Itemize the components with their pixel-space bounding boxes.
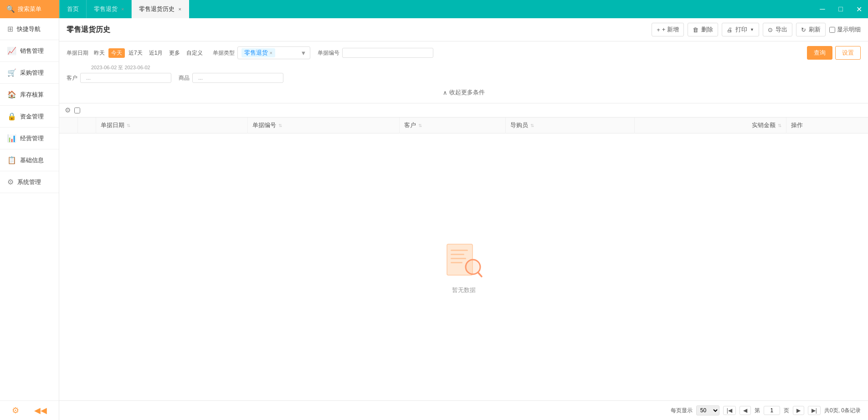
add-button[interactable]: + + 新增 — [652, 23, 684, 36]
minimize-button[interactable]: ─ — [813, 0, 832, 18]
tab-retail-return[interactable]: 零售退货 × — [87, 0, 132, 18]
refresh-icon: ↻ — [801, 26, 806, 33]
empty-svg — [443, 240, 484, 281]
col-doc-date: 单据日期 ⇅ — [96, 118, 247, 133]
print-dropdown-icon: ▼ — [750, 27, 754, 32]
doc-type-filter: 单据类型 零售退货 × ▼ — [213, 46, 310, 59]
filter-area: 单据日期 昨天 今天 近7天 近1月 更多 自定义 单据类型 — [59, 41, 868, 103]
doc-type-tag: 零售退货 × — [241, 48, 275, 57]
col-actions: 操作 — [786, 118, 868, 133]
customer-filter: 客户 ... — [67, 73, 171, 83]
query-button[interactable]: 查询 — [807, 46, 832, 60]
collapse-label: 收起更多条件 — [449, 88, 485, 97]
col-checkbox — [77, 118, 96, 133]
delete-button[interactable]: 🗑 删除 — [688, 23, 718, 36]
close-tab-retail-return[interactable]: × — [121, 6, 124, 12]
select-all-checkbox[interactable] — [74, 108, 80, 113]
window-close-button[interactable]: ✕ — [850, 0, 868, 18]
table-area: ⚙ 单据日期 ⇅ 单据编号 — [59, 103, 868, 400]
sidebar-item-label: 库存核算 — [20, 91, 44, 99]
refresh-button[interactable]: ↻ 刷新 — [796, 23, 826, 36]
doc-type-select[interactable]: 零售退货 × ▼ — [237, 46, 310, 59]
customer-label: 客户 — [67, 74, 77, 82]
delete-icon: 🗑 — [693, 26, 699, 33]
search-area[interactable]: 🔍 搜索菜单 — [0, 0, 59, 18]
doc-no-filter: 单据编号 — [318, 48, 433, 58]
sidebar-item-base-info[interactable]: 📋 基础信息 — [0, 149, 59, 171]
goods-select[interactable]: ... — [192, 73, 283, 83]
print-button[interactable]: 🖨 打印 ▼ — [722, 23, 759, 36]
search-label: 搜索菜单 — [18, 5, 41, 13]
date-btn-today[interactable]: 今天 — [108, 48, 125, 58]
last-page-button[interactable]: ▶| — [808, 406, 821, 415]
sidebar-item-inventory[interactable]: 🏠 库存核算 — [0, 84, 59, 106]
sidebar-item-sales-mgmt[interactable]: 📈 销售管理 — [0, 40, 59, 62]
tab-list: 首页 零售退货 × 零售退货历史 × — [59, 0, 189, 18]
purchase-mgmt-icon: 🛒 — [7, 68, 16, 77]
settings-icon-btn[interactable]: ⚙ — [12, 405, 19, 415]
sidebar-item-finance[interactable]: 🔒 资金管理 — [0, 106, 59, 128]
main-layout: ⊞ 快捷导航 📈 销售管理 🛒 采购管理 🏠 库存核算 🔒 资金管理 📊 经营管… — [0, 18, 868, 420]
empty-text: 暂无数据 — [452, 286, 476, 294]
tab-retail-return-history[interactable]: 零售退货历史 × — [132, 0, 189, 18]
doc-no-label: 单据编号 — [318, 49, 339, 57]
sidebar-item-sys-mgmt[interactable]: ⚙ 系统管理 — [0, 171, 59, 193]
sort-customer-icon[interactable]: ⇅ — [418, 123, 422, 128]
sidebar-item-quick-nav[interactable]: ⊞ 快捷导航 — [0, 18, 59, 40]
svg-rect-3 — [451, 258, 466, 259]
date-btn-custom[interactable]: 自定义 — [184, 48, 205, 58]
date-btn-1month[interactable]: 近1月 — [146, 48, 166, 58]
svg-rect-1 — [451, 250, 468, 251]
print-icon: 🖨 — [727, 26, 733, 33]
page-input[interactable] — [764, 406, 780, 415]
header-actions: + + 新增 🗑 删除 🖨 打印 ▼ ⊙ 导出 ↻ — [652, 23, 861, 36]
first-page-button[interactable]: |◀ — [723, 406, 736, 415]
sort-actual-amount-icon[interactable]: ⇅ — [778, 123, 781, 128]
export-button[interactable]: ⊙ 导出 — [763, 23, 792, 36]
maximize-button[interactable]: □ — [832, 0, 850, 18]
sort-guide-icon[interactable]: ⇅ — [530, 123, 534, 128]
date-filter: 单据日期 昨天 今天 近7天 近1月 更多 自定义 — [67, 48, 205, 58]
sidebar-item-label: 基础信息 — [20, 156, 44, 164]
sort-doc-no-icon[interactable]: ⇅ — [278, 123, 282, 128]
show-detail-checkbox-label[interactable]: 显示明细 — [829, 26, 861, 34]
base-info-icon: 📋 — [7, 156, 16, 164]
customer-select[interactable]: ... — [80, 73, 171, 83]
date-btn-7days[interactable]: 近7天 — [126, 48, 145, 58]
sidebar-item-label: 采购管理 — [20, 69, 44, 77]
customer-ellipsis: ... — [84, 75, 92, 81]
per-page-label: 每页显示 — [671, 407, 693, 415]
svg-rect-4 — [451, 262, 462, 263]
settings-button[interactable]: 设置 — [835, 46, 861, 60]
doc-no-input[interactable] — [342, 48, 433, 58]
column-settings-icon[interactable]: ⚙ — [65, 106, 71, 114]
doc-type-label: 单据类型 — [213, 49, 235, 57]
page-summary: 共0页, 0条记录 — [824, 407, 861, 415]
sales-mgmt-icon: 📈 — [7, 46, 16, 55]
collapse-button[interactable]: ∧ 收起更多条件 — [67, 87, 861, 98]
close-tab-retail-return-history[interactable]: × — [178, 6, 181, 12]
goods-filter: 商品 ... — [179, 73, 283, 83]
sidebar-item-operations[interactable]: 📊 经营管理 — [0, 128, 59, 149]
per-page-select[interactable]: 102050100 — [696, 405, 719, 415]
export-icon: ⊙ — [768, 26, 773, 33]
col-doc-no: 单据编号 ⇅ — [247, 118, 399, 133]
doc-type-tag-close[interactable]: × — [269, 50, 272, 56]
sidebar-item-label: 系统管理 — [17, 178, 41, 186]
date-btn-more[interactable]: 更多 — [166, 48, 183, 58]
date-label: 单据日期 — [67, 49, 88, 57]
show-detail-checkbox[interactable] — [829, 27, 835, 33]
quick-nav-icon: ⊞ — [7, 25, 13, 33]
sort-doc-date-icon[interactable]: ⇅ — [127, 123, 130, 128]
col-customer: 客户 ⇅ — [399, 118, 505, 133]
svg-rect-2 — [451, 254, 464, 255]
volume-icon-btn[interactable]: ◀◀ — [34, 405, 47, 415]
sidebar-item-purchase-mgmt[interactable]: 🛒 采购管理 — [0, 62, 59, 84]
tab-home[interactable]: 首页 — [59, 0, 87, 18]
next-page-button[interactable]: ▶ — [793, 406, 804, 415]
search-icon: 🔍 — [6, 5, 15, 13]
prev-page-button[interactable]: ◀ — [740, 406, 751, 415]
page-suffix: 页 — [784, 407, 789, 415]
date-btn-yesterday[interactable]: 昨天 — [91, 48, 108, 58]
empty-state: 暂无数据 — [59, 133, 868, 400]
